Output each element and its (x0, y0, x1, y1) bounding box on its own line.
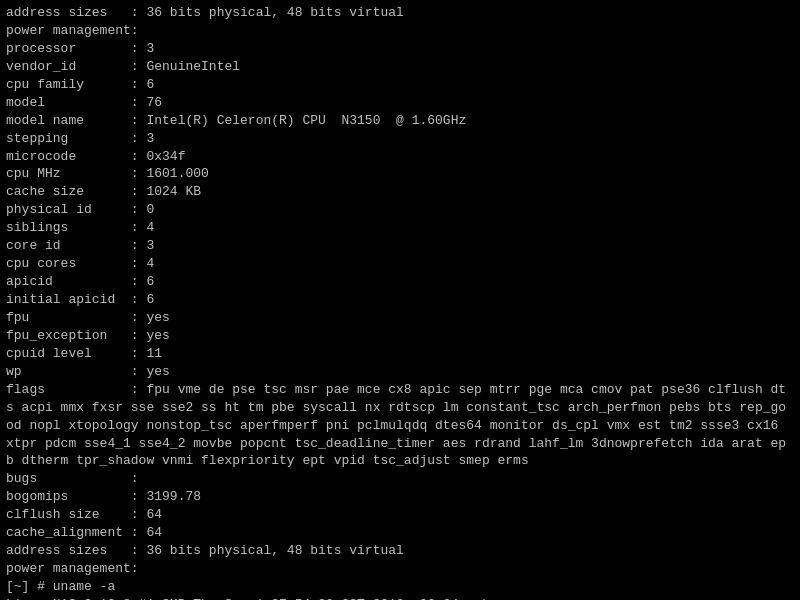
terminal-line: wp : yes (6, 363, 794, 381)
terminal-line: model : 76 (6, 94, 794, 112)
terminal-line: cache_alignment : 64 (6, 524, 794, 542)
terminal-line: fpu_exception : yes (6, 327, 794, 345)
terminal-line: power management: (6, 22, 794, 40)
terminal-line: power management: (6, 560, 794, 578)
terminal-line: stepping : 3 (6, 130, 794, 148)
terminal-line: vendor_id : GenuineIntel (6, 58, 794, 76)
terminal-line: xtpr pdcm sse4_1 sse4_2 movbe popcnt tsc… (6, 435, 794, 453)
terminal-line: physical id : 0 (6, 201, 794, 219)
terminal-line: siblings : 4 (6, 219, 794, 237)
terminal-line: address sizes : 36 bits physical, 48 bit… (6, 542, 794, 560)
terminal-line: s acpi mmx fxsr sse sse2 ss ht tm pbe sy… (6, 399, 794, 417)
terminal-line: processor : 3 (6, 40, 794, 58)
terminal-line: od nopl xtopology nonstop_tsc aperfmperf… (6, 417, 794, 435)
terminal-output: address sizes : 36 bits physical, 48 bit… (6, 4, 794, 600)
terminal-line: apicid : 6 (6, 273, 794, 291)
terminal-line: b dtherm tpr_shadow vnmi flexpriority ep… (6, 452, 794, 470)
terminal-line: Linux NAS 3.19.8 #1 SMP Thu Sep 1 07:54:… (6, 596, 794, 600)
terminal-line: cpuid level : 11 (6, 345, 794, 363)
terminal-line: clflush size : 64 (6, 506, 794, 524)
terminal-line: core id : 3 (6, 237, 794, 255)
terminal-line: flags : fpu vme de pse tsc msr pae mce c… (6, 381, 794, 399)
terminal-line: address sizes : 36 bits physical, 48 bit… (6, 4, 794, 22)
terminal-line: microcode : 0x34f (6, 148, 794, 166)
terminal-line: cpu MHz : 1601.000 (6, 165, 794, 183)
terminal-line: cpu family : 6 (6, 76, 794, 94)
terminal-line: fpu : yes (6, 309, 794, 327)
terminal-line: [~] # uname -a (6, 578, 794, 596)
terminal-line: cache size : 1024 KB (6, 183, 794, 201)
terminal-line: cpu cores : 4 (6, 255, 794, 273)
terminal-line: bogomips : 3199.78 (6, 488, 794, 506)
terminal-line: model name : Intel(R) Celeron(R) CPU N31… (6, 112, 794, 130)
terminal-line: bugs : (6, 470, 794, 488)
terminal-line: initial apicid : 6 (6, 291, 794, 309)
